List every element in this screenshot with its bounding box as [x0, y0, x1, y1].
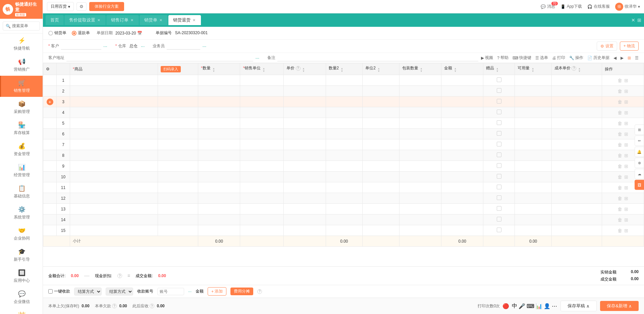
row-pack-cell[interactable]: [399, 107, 441, 118]
sidebar-item-finance[interactable]: 💰 资金管理: [0, 139, 43, 160]
row-unit2-cell[interactable]: [363, 86, 399, 97]
discount-info-icon[interactable]: ?: [117, 273, 122, 278]
delete-row-icon-14[interactable]: 🗑: [618, 217, 622, 223]
row-unit2-cell[interactable]: [363, 107, 399, 118]
row-cost-cell[interactable]: [551, 172, 602, 182]
gift-checkbox-4[interactable]: [497, 110, 501, 114]
row-qty-cell[interactable]: [198, 150, 240, 161]
row-qty-cell[interactable]: [198, 86, 240, 97]
row-amount-cell[interactable]: [441, 97, 483, 107]
row-amount-cell[interactable]: [441, 86, 483, 97]
row-unit2-cell[interactable]: [363, 193, 399, 204]
print-button[interactable]: 🖨 打印: [552, 55, 565, 61]
cost-sort-icon[interactable]: ▲▼: [578, 67, 581, 73]
row-product-cell[interactable]: [70, 139, 158, 150]
sidebar-item-vip[interactable]: 👑 畅会员: [0, 308, 43, 314]
price-sort-icon[interactable]: ▲▼: [302, 67, 305, 73]
product-input-4[interactable]: [73, 110, 155, 115]
row-available-cell[interactable]: [515, 97, 552, 107]
tab-sale-goods-close[interactable]: ✕: [159, 18, 163, 22]
calc-method-select[interactable]: 结算方式: [106, 288, 133, 296]
row-price-cell[interactable]: [284, 225, 326, 236]
row-price-cell[interactable]: [284, 150, 326, 161]
qty-sort-icon[interactable]: ▲▼: [212, 67, 215, 73]
radio-sale-goods[interactable]: 销货单: [48, 30, 66, 36]
row-amount-cell[interactable]: [441, 204, 483, 214]
row-unit2-cell[interactable]: [363, 97, 399, 107]
row-qty2-cell[interactable]: [326, 204, 363, 214]
product-input-7[interactable]: [73, 142, 155, 147]
row-cost-cell[interactable]: [551, 107, 602, 118]
row-gift-cell[interactable]: [483, 193, 515, 204]
row-qty-cell[interactable]: [198, 129, 240, 139]
user-menu[interactable]: 徐 徐泽华 ▾: [615, 3, 640, 11]
select-button[interactable]: ☰ 选单: [535, 55, 548, 61]
row-unit-cell[interactable]: [240, 129, 284, 139]
grid-view-button[interactable]: ⊞: [628, 56, 631, 60]
row-amount-cell[interactable]: [441, 214, 483, 225]
delete-row-icon-13[interactable]: 🗑: [618, 206, 622, 212]
row-pack-cell[interactable]: [399, 172, 441, 182]
row-available-cell[interactable]: [515, 150, 552, 161]
right-panel-btn-5[interactable]: ☁: [635, 169, 644, 179]
row-price-cell[interactable]: [284, 97, 326, 107]
copy-row-icon-3[interactable]: ⊞: [624, 99, 628, 105]
list-view-button[interactable]: ☰: [635, 56, 639, 60]
row-unit-cell[interactable]: [240, 225, 284, 236]
copy-row-icon-13[interactable]: ⊞: [624, 206, 628, 212]
row-unit-cell[interactable]: [240, 97, 284, 107]
sidebar-item-basic[interactable]: 📋 基础信息: [0, 181, 43, 202]
row-qty2-cell[interactable]: [326, 225, 363, 236]
gift-checkbox-15[interactable]: [497, 228, 501, 232]
tab-sale-price-close[interactable]: ✕: [97, 18, 101, 22]
copy-row-icon-7[interactable]: ⊞: [624, 142, 628, 147]
row-qty2-cell[interactable]: [326, 182, 363, 193]
company-dropdown[interactable]: 日用百货 ▾: [47, 2, 74, 11]
row-available-cell[interactable]: [515, 193, 552, 204]
row-unit-cell[interactable]: [240, 161, 284, 172]
row-qty2-cell[interactable]: [326, 86, 363, 97]
row-price-cell[interactable]: [284, 193, 326, 204]
copy-row-icon-5[interactable]: ⊞: [624, 121, 628, 126]
gift-sort-icon[interactable]: ▲▼: [496, 67, 499, 73]
row-product-cell[interactable]: [70, 225, 158, 236]
video-button[interactable]: ▶ 视频: [481, 55, 493, 61]
add-row-btn[interactable]: +: [47, 99, 53, 105]
gift-checkbox-13[interactable]: [497, 206, 501, 211]
amount-sort-icon[interactable]: ▲▼: [454, 67, 457, 73]
row-qty2-cell[interactable]: [326, 75, 363, 86]
row-available-cell[interactable]: [515, 139, 552, 150]
owe-info-icon[interactable]: ?: [112, 304, 117, 308]
gift-checkbox-11[interactable]: [497, 185, 501, 189]
row-qty2-cell[interactable]: [326, 139, 363, 150]
row-amount-cell[interactable]: [441, 129, 483, 139]
row-available-cell[interactable]: [515, 118, 552, 129]
row-unit2-cell[interactable]: [363, 225, 399, 236]
date-picker[interactable]: 2023-03-20 📅: [115, 31, 142, 36]
row-qty-cell[interactable]: [198, 97, 240, 107]
row-price-cell[interactable]: [284, 75, 326, 86]
row-qty2-cell[interactable]: [326, 161, 363, 172]
row-unit2-cell[interactable]: [363, 161, 399, 172]
row-unit2-cell[interactable]: [363, 129, 399, 139]
topbar-gear-button[interactable]: ⚙: [76, 2, 87, 11]
row-cost-cell[interactable]: [551, 97, 602, 107]
price-info-icon[interactable]: ?: [296, 66, 301, 71]
row-price-cell[interactable]: [284, 214, 326, 225]
next-doc-button[interactable]: ▶: [621, 56, 624, 60]
row-price-cell[interactable]: [284, 182, 326, 193]
row-available-cell[interactable]: [515, 204, 552, 214]
row-cost-cell[interactable]: [551, 214, 602, 225]
row-amount-cell[interactable]: [441, 161, 483, 172]
row-available-cell[interactable]: [515, 172, 552, 182]
copy-row-icon-15[interactable]: ⊞: [624, 228, 628, 233]
row-pack-cell[interactable]: [399, 214, 441, 225]
row-gift-cell[interactable]: [483, 107, 515, 118]
row-pack-cell[interactable]: [399, 193, 441, 204]
row-product-cell[interactable]: [70, 172, 158, 182]
sidebar-item-wechat[interactable]: 💬 企业微信: [0, 287, 43, 308]
sidebar-item-marketing[interactable]: 📢 营销推广: [0, 55, 43, 76]
delete-row-icon-8[interactable]: 🗑: [618, 153, 622, 158]
row-unit2-cell[interactable]: [363, 172, 399, 182]
row-cost-cell[interactable]: [551, 75, 602, 86]
